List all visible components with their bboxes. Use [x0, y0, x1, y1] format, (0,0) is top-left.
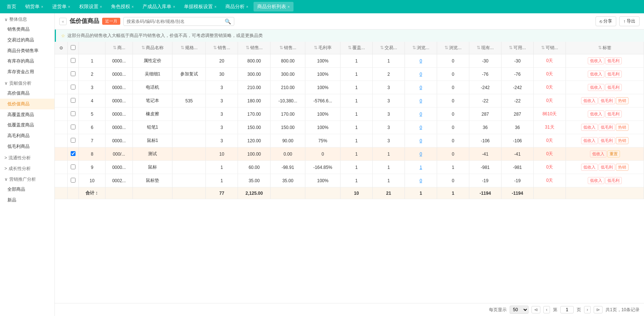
sidebar-item[interactable]: 高覆盖度商品: [0, 109, 54, 120]
browse1-link[interactable]: 0: [420, 58, 422, 64]
nav-close-icon[interactable]: ×: [132, 5, 134, 9]
row-browse1[interactable]: 0: [405, 121, 437, 134]
browse1-link[interactable]: 0: [420, 138, 422, 143]
table-header-current_stock[interactable]: ⇅现有...: [469, 42, 502, 54]
col-sort-icon[interactable]: ⇅: [246, 45, 249, 50]
row-browse1[interactable]: 0: [405, 94, 437, 108]
table-header-seq[interactable]: [79, 42, 105, 54]
table-header-settings[interactable]: ⚙: [55, 42, 68, 54]
nav-item[interactable]: 商品分析列表×: [254, 2, 294, 11]
table-header-sales_avg[interactable]: ⇅销售...: [271, 42, 305, 54]
col-sort-icon[interactable]: ⇅: [445, 45, 448, 50]
row-browse1[interactable]: 0: [405, 134, 437, 147]
page-size-select[interactable]: 50 100: [510, 306, 529, 314]
col-sort-icon[interactable]: ⇅: [380, 45, 384, 50]
sidebar-item[interactable]: 全部商品: [0, 184, 54, 195]
sidebar-item[interactable]: 低毛利商品: [0, 141, 54, 152]
row-checkbox[interactable]: [71, 111, 76, 116]
table-header-transactions[interactable]: ⇅交易...: [373, 42, 405, 54]
table-header-margin_rate[interactable]: ⇅毛利率: [305, 42, 341, 54]
col-sort-icon[interactable]: ⇅: [509, 45, 513, 50]
nav-close-icon[interactable]: ×: [288, 5, 290, 9]
nav-item[interactable]: 单据模板设置×: [180, 2, 220, 11]
col-sort-icon[interactable]: ⇅: [113, 45, 117, 50]
row-checkbox[interactable]: [71, 138, 76, 143]
sidebar-item[interactable]: 商品分类销售率: [0, 45, 54, 56]
browse1-link[interactable]: 0: [420, 72, 422, 77]
browse1-link[interactable]: 0: [420, 125, 422, 130]
nav-close-icon[interactable]: ×: [100, 5, 102, 9]
table-header-tags[interactable]: ⇅标签: [566, 42, 644, 54]
sidebar-section-title[interactable]: ∨整体信息: [0, 13, 54, 24]
col-sort-icon[interactable]: ⇅: [181, 45, 184, 50]
row-browse1[interactable]: 0: [405, 174, 437, 187]
table-header-sales_qty[interactable]: ⇅销售...: [206, 42, 238, 54]
sidebar-item[interactable]: 高毛利商品: [0, 130, 54, 141]
row-checkbox[interactable]: [71, 164, 76, 169]
sidebar-item[interactable]: 有库存的商品: [0, 56, 54, 67]
first-page-button[interactable]: ⊲: [531, 306, 540, 313]
browse1-link[interactable]: 1: [420, 165, 422, 170]
sidebar-section-title[interactable]: >流通性分析: [0, 152, 54, 163]
row-checkbox[interactable]: [71, 58, 76, 63]
row-browse1[interactable]: 1: [405, 161, 437, 174]
col-sort-icon[interactable]: ⇅: [412, 45, 416, 50]
sidebar-section-title[interactable]: >成长性分析: [0, 163, 54, 173]
search-icon[interactable]: 🔍: [225, 18, 231, 24]
col-sort-icon[interactable]: ⇅: [477, 45, 480, 50]
table-header-code[interactable]: ⇅商...: [105, 42, 133, 54]
table-header-available[interactable]: ⇅可用...: [502, 42, 534, 54]
nav-item[interactable]: 角色授权×: [107, 2, 138, 11]
row-browse1[interactable]: 0: [405, 54, 437, 68]
nav-item[interactable]: 销货单×: [21, 2, 47, 11]
table-header-checkbox[interactable]: [68, 42, 79, 54]
sidebar-item[interactable]: 库存资金占用: [0, 67, 54, 77]
row-checkbox[interactable]: [71, 178, 76, 183]
nav-item[interactable]: 产成品入库单×: [139, 2, 179, 11]
browse1-link[interactable]: 0: [420, 152, 422, 157]
settings-icon[interactable]: ⚙: [59, 45, 63, 51]
table-header-saleable[interactable]: ⇅可销...: [534, 42, 566, 54]
last-page-button[interactable]: ⊳: [594, 306, 603, 313]
nav-close-icon[interactable]: ×: [246, 5, 248, 9]
nav-close-icon[interactable]: ×: [68, 5, 70, 9]
browse1-link[interactable]: 0: [420, 85, 422, 90]
sidebar-item[interactable]: 新品: [0, 195, 54, 205]
share-button[interactable]: ⎋ 分享: [596, 16, 616, 26]
row-checkbox[interactable]: [71, 71, 76, 76]
row-browse1[interactable]: 0: [405, 147, 437, 161]
row-browse1[interactable]: 0: [405, 68, 437, 81]
nav-close-icon[interactable]: ×: [41, 5, 43, 9]
table-header-name[interactable]: ⇅商品名称: [133, 42, 172, 54]
nav-item[interactable]: 商品分析×: [222, 2, 252, 11]
table-header-browse2[interactable]: ⇅浏览...: [437, 42, 469, 54]
browse1-link[interactable]: 0: [420, 112, 422, 117]
row-browse1[interactable]: 0: [405, 108, 437, 121]
table-header-sales_amount[interactable]: ⇅销售...: [238, 42, 271, 54]
col-sort-icon[interactable]: ⇅: [141, 45, 145, 50]
nav-item[interactable]: 权限设置×: [76, 2, 106, 11]
row-browse1[interactable]: 0: [405, 81, 437, 94]
browse1-link[interactable]: 0: [420, 178, 422, 183]
col-sort-icon[interactable]: ⇅: [541, 45, 545, 50]
row-checkbox[interactable]: [71, 85, 76, 89]
sidebar-section-title[interactable]: ∨营销推广分析: [0, 173, 54, 184]
sidebar-item[interactable]: 低价值商品: [0, 99, 54, 109]
sidebar-item[interactable]: 交易过的商品: [0, 35, 54, 45]
search-input[interactable]: [127, 19, 223, 24]
collapse-button[interactable]: «: [59, 18, 67, 25]
sidebar-section-title[interactable]: ∨贡献值分析: [0, 77, 54, 88]
nav-item[interactable]: 进货单×: [48, 2, 74, 11]
prev-page-button[interactable]: ‹: [543, 306, 550, 313]
nav-close-icon[interactable]: ×: [173, 5, 175, 9]
col-sort-icon[interactable]: ⇅: [314, 45, 318, 50]
nav-item[interactable]: 首页: [3, 2, 20, 11]
col-sort-icon[interactable]: ⇅: [213, 45, 217, 50]
row-checkbox[interactable]: [71, 125, 76, 129]
col-sort-icon[interactable]: ⇅: [598, 45, 602, 50]
row-checkbox[interactable]: [71, 151, 76, 156]
table-header-spec[interactable]: ⇅规格...: [172, 42, 206, 54]
table-header-coverage[interactable]: ⇅覆盖...: [341, 42, 373, 54]
browse1-link[interactable]: 0: [420, 98, 422, 103]
page-input[interactable]: [560, 306, 574, 313]
